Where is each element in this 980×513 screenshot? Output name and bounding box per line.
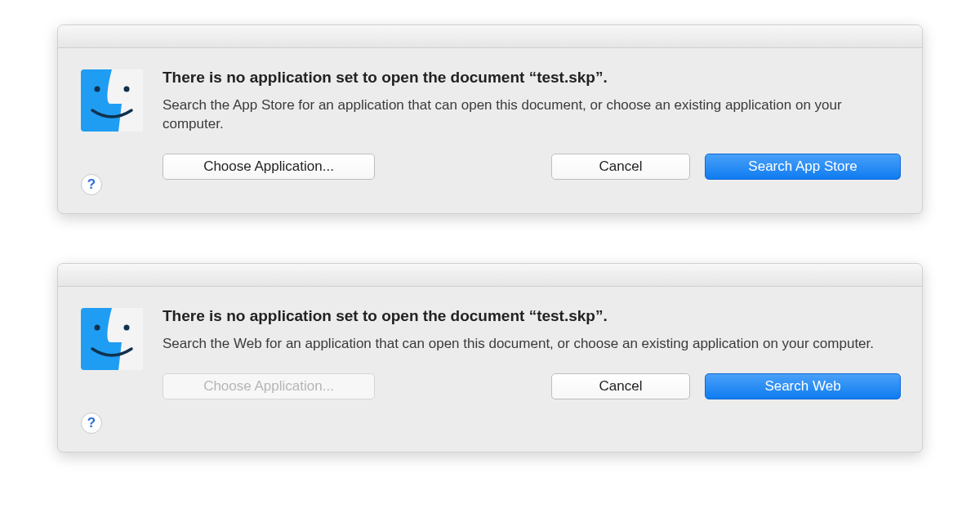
svg-point-4 [95, 325, 100, 331]
dialog-message: Search the Web for an application that c… [163, 335, 901, 354]
cancel-button[interactable]: Cancel [551, 373, 690, 399]
search-app-store-button[interactable]: Search App Store [705, 154, 901, 180]
finder-icon [79, 68, 145, 133]
svg-point-5 [124, 325, 130, 331]
svg-point-2 [124, 87, 130, 92]
help-button[interactable]: ? [81, 174, 102, 195]
button-row: Choose Application... Cancel Search App … [163, 154, 901, 180]
dialog-title: There is no application set to open the … [163, 68, 901, 88]
button-row: Choose Application... Cancel Search Web [163, 373, 901, 399]
icon-column: ? [79, 68, 145, 199]
help-button[interactable]: ? [81, 413, 102, 434]
dialog-no-application-app-store: ? There is no application set to open th… [57, 25, 923, 214]
search-web-button[interactable]: Search Web [705, 373, 901, 399]
window-titlebar [58, 264, 922, 287]
choose-application-button: Choose Application... [163, 373, 375, 399]
finder-icon [79, 306, 145, 372]
dialog-body: ? There is no application set to open th… [58, 48, 922, 213]
content-column: There is no application set to open the … [163, 306, 901, 437]
choose-application-button[interactable]: Choose Application... [163, 154, 375, 180]
content-column: There is no application set to open the … [163, 68, 901, 199]
icon-column: ? [79, 306, 145, 437]
cancel-button[interactable]: Cancel [551, 154, 690, 180]
dialog-message: Search the App Store for an application … [163, 96, 901, 134]
dialog-no-application-search-web: ? There is no application set to open th… [57, 263, 923, 453]
dialog-body: ? There is no application set to open th… [58, 287, 922, 452]
svg-point-1 [95, 87, 100, 92]
dialog-title: There is no application set to open the … [163, 306, 901, 327]
window-titlebar [58, 25, 922, 48]
